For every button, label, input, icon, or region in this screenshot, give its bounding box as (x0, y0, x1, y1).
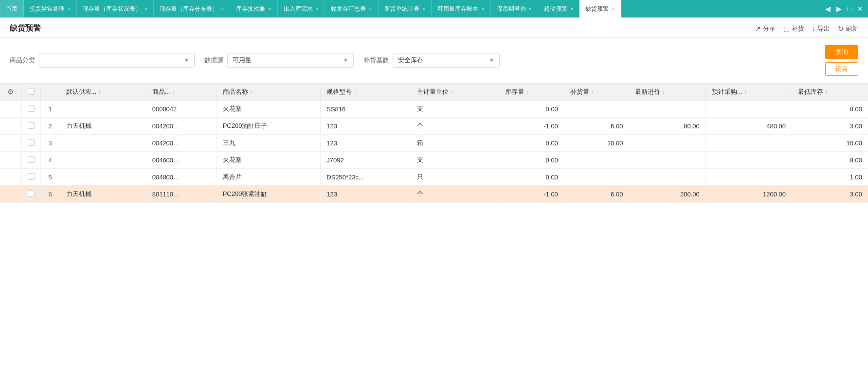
tab-expiry[interactable]: 保质期查询 × (491, 0, 538, 18)
row-checkbox-1[interactable] (21, 118, 40, 135)
tab-stock-status[interactable]: 现存量（库存状况表） × (77, 0, 153, 18)
col-checkbox-header[interactable] (21, 84, 40, 101)
row-num-5: 6 (40, 186, 60, 203)
tab-shortage-close[interactable]: × (612, 6, 615, 12)
row-est-purchase-2 (705, 135, 792, 152)
table-row: 3 004200... 三九 123 箱 0.00 20.00 10.00 (0, 135, 868, 152)
refresh-icon: ↻ (838, 25, 844, 33)
col-supplier-sort-icon: ↕ (98, 89, 101, 95)
settings-button[interactable]: 设置 (825, 62, 858, 76)
col-spec-sort-icon: ↕ (354, 89, 356, 95)
row-cb-5[interactable] (28, 190, 35, 197)
row-latest-price-5: 200.00 (629, 186, 705, 203)
row-num-2: 3 (40, 135, 60, 152)
row-cb-1[interactable] (28, 122, 35, 129)
tab-available[interactable]: 可用量库存账本 × (432, 0, 490, 18)
datasource-label: 数据源 (204, 56, 223, 65)
tab-inout[interactable]: 出入库流水 × (278, 0, 325, 18)
col-restock-qty-label: 补货量 (570, 88, 589, 96)
tab-batch[interactable]: 库存批次账 × (230, 0, 277, 18)
restock-label: 补货 (792, 24, 804, 33)
tab-overstock-close[interactable]: × (570, 6, 573, 12)
tab-close-all-button[interactable]: ✕ (854, 4, 866, 14)
tab-home[interactable]: 首页 (0, 0, 24, 18)
tab-batch-close[interactable]: × (268, 6, 271, 12)
row-product-name-1: PC200油缸庄子 (217, 118, 321, 135)
gear-icon[interactable]: ⚙ (7, 88, 14, 96)
refresh-action[interactable]: ↻ 刷新 (838, 24, 858, 33)
row-cb-3[interactable] (28, 156, 35, 163)
tab-exception-close[interactable]: × (68, 6, 71, 12)
row-est-purchase-5: 1200.00 (705, 186, 792, 203)
share-action[interactable]: ↗ 分享 (755, 24, 776, 33)
row-checkbox-3[interactable] (21, 152, 40, 169)
row-checkbox-4[interactable] (21, 169, 40, 186)
row-cb-2[interactable] (28, 139, 35, 146)
category-label: 商品分类 (10, 56, 35, 65)
datasource-select[interactable]: 可用量 ▼ (227, 53, 354, 68)
header-checkbox[interactable] (28, 88, 35, 95)
col-min-stock-header[interactable]: 最低库存 ↕ (792, 84, 868, 101)
tab-available-label: 可用量库存账本 (437, 5, 478, 13)
col-min-stock-sort-icon: ↕ (825, 89, 828, 95)
col-stock-qty-label: 库存量 (505, 88, 524, 96)
row-gear-2 (0, 135, 21, 152)
tab-restore-button[interactable]: □ (845, 4, 854, 14)
row-gear-5 (0, 186, 21, 203)
col-est-purchase-header[interactable]: 预计采购... ↕ (705, 84, 792, 101)
table-row: 6 力天机械 801110... PC200张紧油缸 123 个 -1.00 6… (0, 186, 868, 203)
tab-requisition[interactable]: 要货单统计表 × (379, 0, 432, 18)
row-supplier-5: 力天机械 (60, 186, 146, 203)
col-stock-qty-header[interactable]: 库存量 ↕ (499, 84, 564, 101)
tab-expiry-label: 保质期查询 (497, 5, 526, 13)
row-checkbox-2[interactable] (21, 135, 40, 152)
row-checkbox-5[interactable] (21, 186, 40, 203)
col-unit-header[interactable]: 主计量单位 ↕ (411, 84, 499, 101)
tab-stock-status-close[interactable]: × (144, 6, 147, 12)
col-rownum-header (40, 84, 60, 101)
row-checkbox-0[interactable] (21, 101, 40, 118)
col-latest-price-sort-icon: ↕ (662, 89, 665, 95)
table-body: 1 0000042 火花塞 SS816 支 0.00 8.00 2 力天机械 0… (0, 101, 868, 203)
tab-requisition-close[interactable]: × (422, 6, 425, 12)
col-min-stock-label: 最低库存 (798, 88, 823, 96)
tab-expiry-close[interactable]: × (529, 6, 532, 12)
row-spec-5: 123 (321, 186, 411, 203)
tab-shortage[interactable]: 缺货预警 × (579, 0, 621, 18)
row-cb-0[interactable] (28, 105, 35, 112)
row-latest-price-3 (629, 152, 705, 169)
col-latest-price-header[interactable]: 最新进价 ↕ (629, 84, 705, 101)
restock-action[interactable]: ▢ 补货 (783, 24, 804, 33)
col-product-code-header[interactable]: 商品... ↕ (146, 84, 217, 101)
tab-inout-close[interactable]: × (316, 6, 319, 12)
tab-exception[interactable]: 拣货异常处理 × (24, 0, 77, 18)
tab-collect-close[interactable]: × (369, 6, 372, 12)
col-product-name-header[interactable]: 商品名称 ↕ (217, 84, 321, 101)
export-action[interactable]: ↓ 导出 (812, 24, 830, 33)
row-cb-4[interactable] (28, 173, 35, 180)
main-content: 缺货预警 ↗ 分享 ▢ 补货 ↓ 导出 ↻ 刷新 商品分类 (0, 18, 868, 387)
tab-home-label: 首页 (6, 5, 18, 13)
tab-inout-label: 出入库流水 (284, 5, 313, 13)
col-restock-qty-header[interactable]: 补货量 ↕ (564, 84, 629, 101)
tab-stock-dist-close[interactable]: × (221, 6, 224, 12)
tab-next-button[interactable]: ▶ (833, 4, 845, 14)
tab-prev-button[interactable]: ◀ (822, 4, 833, 14)
tab-stock-dist[interactable]: 现存量（库存分布表） × (154, 0, 230, 18)
restock-base-label: 补货基数 (363, 56, 389, 65)
query-button[interactable]: 查询 (825, 45, 858, 59)
tab-overstock[interactable]: 超储预警 × (538, 0, 579, 18)
category-select[interactable]: ▼ (39, 53, 195, 68)
col-spec-header[interactable]: 规格型号 ↕ (321, 84, 411, 101)
restock-base-select[interactable]: 安全库存 ▼ (393, 53, 500, 68)
tab-bar: 首页 拣货异常处理 × 现存量（库存状况表） × 现存量（库存分布表） × 库存… (0, 0, 868, 18)
tab-stock-dist-label: 现存量（库存分布表） (160, 5, 218, 13)
col-gear[interactable]: ⚙ (0, 84, 21, 101)
col-supplier-header[interactable]: 默认供应... ↕ (60, 84, 146, 101)
row-product-name-2: 三九 (217, 135, 321, 152)
row-min-stock-1: 3.00 (792, 118, 868, 135)
tab-shortage-label: 缺货预警 (585, 5, 609, 13)
tab-available-close[interactable]: × (481, 6, 484, 12)
row-stock-qty-4: 0.00 (499, 169, 564, 186)
tab-collect[interactable]: 收发存汇总表 × (325, 0, 378, 18)
